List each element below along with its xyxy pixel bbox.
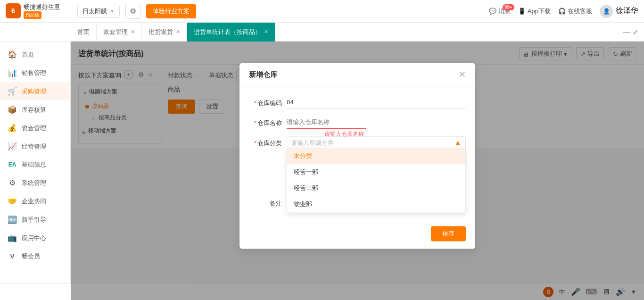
sidebar-home-label: 首页 (22, 50, 34, 59)
category-dropdown: 未分类 经营一部 经营二部 物业部 (287, 148, 466, 213)
store-selector[interactable]: 日太阳膜 ▼ (77, 5, 120, 18)
dropdown-option-property[interactable]: 物业部 (287, 196, 465, 212)
category-placeholder: 请输入所属分类 (291, 139, 334, 147)
sidebar-item-collab[interactable]: 🤝 企业协同 (0, 192, 70, 210)
top-header: 6 畅捷通好生意 精品版 日太阳膜 ▼ ⚙ 体验行业方案 💬 消息 99+ 📱 … (0, 0, 644, 23)
app-download-button[interactable]: 📱 App下载 (518, 7, 551, 16)
member-icon: V (8, 253, 17, 260)
sidebar-item-member[interactable]: V 畅会员 (0, 247, 70, 265)
save-button[interactable]: 保存 (431, 226, 466, 241)
logo-text-block: 畅捷通好生意 精品版 (24, 3, 60, 19)
tab-purchase-return-close[interactable]: ✕ (176, 29, 180, 35)
sidebar-system-label: 系统管理 (22, 179, 46, 187)
sidebar-item-home[interactable]: 🏠 首页 (0, 45, 70, 64)
phone-icon: 📱 (518, 8, 526, 15)
store-name: 日太阳膜 (83, 7, 107, 16)
user-avatar: 👤 (600, 5, 613, 18)
sidebar-item-inventory[interactable]: 📦 库存核算 (0, 100, 70, 119)
sidebar-item-operation[interactable]: 📈 经营管理 (0, 137, 70, 156)
tab-purchase-return[interactable]: 进货退货 ✕ (142, 23, 187, 42)
sidebar: 🏠 首页 📊 销售管理 🛒 采购管理 📦 库存核算 💰 资金管理 📈 经营管理 … (0, 42, 71, 300)
sidebar-finance-label: 资金管理 (22, 124, 46, 133)
modal-title: 新增仓库 (249, 70, 277, 79)
logo-icon: 6 (6, 3, 21, 18)
base-info-icon: EA (8, 161, 17, 168)
main-layout: 🏠 首页 📊 销售管理 🛒 采购管理 📦 库存核算 💰 资金管理 📈 经营管理 … (0, 42, 644, 300)
sidebar-guide-label: 新手引导 (22, 216, 46, 224)
sidebar-item-apps[interactable]: 📺 应用中心 (0, 229, 70, 247)
warehouse-name-wrap: 请输入仓库名称 (287, 116, 466, 129)
message-icon: 💬 (489, 8, 496, 15)
sidebar-base-info-label: 基础信息 (22, 160, 46, 169)
edition-badge: 精品版 (24, 11, 41, 19)
sidebar-operation-label: 经营管理 (22, 142, 46, 151)
tab-purchase-stat[interactable]: 进货单统计表（按商品） ✕ (187, 23, 275, 42)
warehouse-category-row: *仓库分类 请输入所属分类 ▲ 未分类 经营一部 经营二部 物业部 (249, 136, 466, 150)
online-service-button[interactable]: 🎧 在线客服 (558, 7, 592, 16)
sidebar-sales-label: 销售管理 (22, 69, 46, 77)
tab-account[interactable]: 账套管理 ✕ (97, 23, 142, 42)
tab-home-label: 首页 (77, 28, 90, 36)
add-warehouse-modal: 新增仓库 ✕ *仓库编码 *仓库名称 (239, 63, 475, 249)
chevron-down-icon: ▼ (110, 8, 115, 14)
gear-icon: ⚙ (130, 7, 136, 16)
sidebar-apps-label: 应用中心 (22, 234, 46, 242)
modal-body: *仓库编码 *仓库名称 请输入仓库名称 (239, 87, 475, 221)
home-icon: 🏠 (8, 50, 17, 59)
tab-bar: 首页 账套管理 ✕ 进货退货 ✕ 进货单统计表（按商品） ✕ — ⤢ (0, 23, 644, 42)
tab-account-close[interactable]: ✕ (131, 29, 135, 35)
user-name: 徐泽华 (616, 6, 638, 16)
trial-button[interactable]: 体验行业方案 (146, 4, 196, 18)
warehouse-code-row: *仓库编码 (249, 96, 466, 108)
dropdown-option-dept2[interactable]: 经营二部 (287, 180, 465, 196)
dropdown-option-dept1[interactable]: 经营一部 (287, 164, 465, 180)
tab-purchase-return-label: 进货退货 (149, 28, 173, 36)
sidebar-member-label: 畅会员 (22, 252, 40, 260)
tab-purchase-stat-close[interactable]: ✕ (264, 29, 268, 35)
settings-button[interactable]: ⚙ (125, 4, 140, 19)
sidebar-inventory-label: 库存核算 (22, 106, 46, 114)
sidebar-item-finance[interactable]: 💰 资金管理 (0, 119, 70, 137)
note-label: 备注 (249, 197, 287, 208)
sidebar-item-base-info[interactable]: EA 基础信息 (0, 156, 70, 174)
warehouse-code-input[interactable] (287, 96, 466, 108)
category-label: *仓库分类 (249, 136, 287, 148)
messages-button[interactable]: 💬 消息 99+ (489, 7, 511, 16)
warehouse-name-row: *仓库名称 请输入仓库名称 (249, 116, 466, 129)
finance-icon: 💰 (8, 124, 17, 133)
sidebar-collab-label: 企业协同 (22, 197, 46, 206)
purchase-icon: 🛒 (8, 87, 17, 96)
sidebar-item-guide[interactable]: 🆕 新手引导 (0, 210, 70, 229)
tab-account-label: 账套管理 (103, 28, 128, 36)
sidebar-purchase-label: 采购管理 (22, 87, 46, 96)
sidebar-item-purchase[interactable]: 🛒 采购管理 (0, 82, 70, 100)
content-area: 进货单统计(按商品) 🖨 按模板打印 ▾ ↗ 导出 ↻ 刷新 (71, 42, 644, 300)
dropdown-option-uncategorized[interactable]: 未分类 (287, 148, 465, 164)
tab-home[interactable]: 首页 (71, 23, 97, 42)
collab-icon: 🤝 (8, 197, 17, 206)
modal-close-button[interactable]: ✕ (459, 69, 466, 80)
user-area[interactable]: 👤 徐泽华 (600, 5, 638, 18)
guide-icon: 🆕 (8, 215, 17, 224)
tab-window-controls: — ⤢ (623, 28, 644, 36)
operation-icon: 📈 (8, 142, 17, 151)
warehouse-name-input[interactable] (287, 116, 366, 129)
headset-icon: 🎧 (558, 8, 566, 15)
notification-badge: 99+ (503, 4, 514, 10)
sales-icon: 📊 (8, 68, 17, 77)
name-label: *仓库名称 (249, 116, 287, 127)
sidebar-item-system[interactable]: ⚙ 系统管理 (0, 174, 70, 192)
minimize-icon[interactable]: — (623, 28, 630, 36)
tab-purchase-stat-label: 进货单统计表（按商品） (194, 28, 261, 36)
header-right: 💬 消息 99+ 📱 App下载 🎧 在线客服 👤 徐泽华 (489, 5, 638, 18)
online-service-label: 在线客服 (568, 7, 592, 16)
system-icon: ⚙ (8, 178, 17, 187)
modal-header: 新增仓库 ✕ (239, 63, 475, 87)
maximize-icon[interactable]: ⤢ (633, 28, 638, 36)
sidebar-item-sales[interactable]: 📊 销售管理 (0, 64, 70, 82)
code-label: *仓库编码 (249, 96, 287, 108)
logo-text: 畅捷通好生意 (24, 3, 60, 11)
modal-footer: 保存 (239, 221, 475, 249)
app-download-label: App下载 (528, 7, 551, 16)
inventory-icon: 📦 (8, 105, 17, 114)
